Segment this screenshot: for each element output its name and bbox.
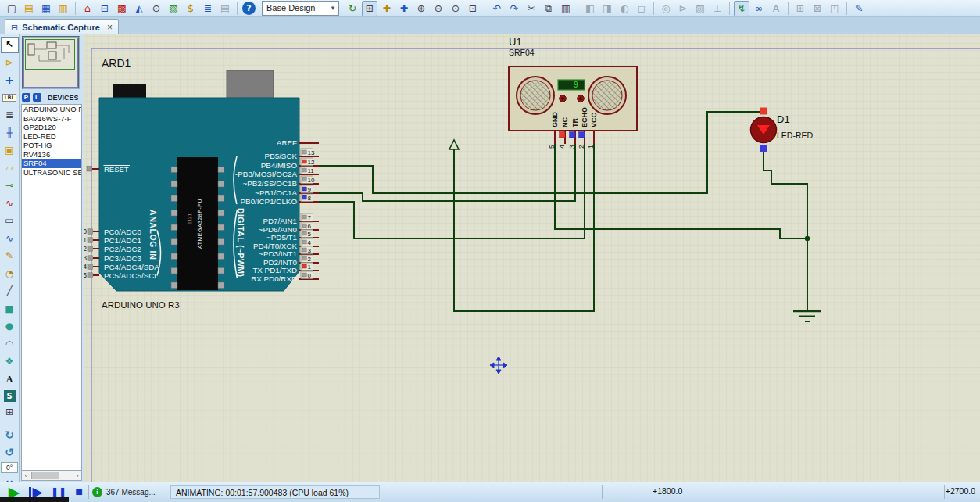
2d-arc-icon[interactable]: ◠ xyxy=(1,336,19,353)
device-item-pot-hg[interactable]: POT-HG xyxy=(22,141,81,150)
led-anode-state xyxy=(760,108,767,115)
remove-sheet-icon: ⊠ xyxy=(810,1,825,16)
component-mode-icon[interactable]: ⊳ xyxy=(1,55,19,71)
zoom-area-icon[interactable]: ⊡ xyxy=(465,1,481,16)
device-item-srf04[interactable]: SRF04 xyxy=(22,159,81,168)
undo-icon[interactable]: ↶ xyxy=(489,1,505,16)
led-cathode-state xyxy=(760,145,767,152)
device-item-bav16ws[interactable]: BAV16WS-7-F xyxy=(22,114,81,124)
srf04-pin2-num: 2 xyxy=(578,145,585,149)
tab-title: Schematic Capture xyxy=(22,23,100,32)
2d-line-icon[interactable]: ╱ xyxy=(1,283,19,299)
stop-button[interactable]: ■ xyxy=(70,484,88,500)
terminals-mode-icon[interactable]: ▱ xyxy=(1,160,19,177)
device-item-rv4136[interactable]: RV4136 xyxy=(22,150,81,160)
text-script-icon[interactable]: ≣ xyxy=(1,107,19,124)
text-editor-icon[interactable]: ✎ xyxy=(851,1,867,16)
svg-text:PC4/ADC4/SDA: PC4/ADC4/SDA xyxy=(104,263,159,271)
selection-mode-icon[interactable]: ↖ xyxy=(1,37,19,53)
status-divider xyxy=(602,485,603,499)
packaging-tool-icon: ▨ xyxy=(692,1,708,16)
wire-autorouter-icon[interactable]: ↯ xyxy=(734,1,749,16)
2d-symbol-icon[interactable]: S xyxy=(4,390,16,402)
2d-circle-icon[interactable]: ● xyxy=(1,318,19,335)
zoom-all-icon[interactable]: ⊙ xyxy=(448,1,463,16)
scroll-left-icon[interactable]: ‹ xyxy=(22,472,30,479)
pan-icon[interactable]: ✚ xyxy=(396,1,412,16)
save-icon[interactable]: ▦ xyxy=(38,1,54,16)
2d-marker-icon[interactable]: ⊞ xyxy=(1,404,19,421)
origin-icon[interactable]: ✚ xyxy=(379,1,395,16)
svg-text:~PD5/T1: ~PD5/T1 xyxy=(266,233,297,242)
message-counter[interactable]: i 367 Messag... xyxy=(92,484,156,500)
schematic-canvas[interactable]: ARD1 ATMEGA328P-PU 1121 xyxy=(84,34,980,482)
svg-text:~PB2/SS/OC1B: ~PB2/SS/OC1B xyxy=(243,179,298,188)
2d-path-icon[interactable]: ❖ xyxy=(1,353,19,370)
cut-icon[interactable]: ✂ xyxy=(524,1,539,16)
chevron-down-icon: ▾ xyxy=(327,2,338,15)
svg-text:11: 11 xyxy=(308,167,315,174)
device-item-arduino[interactable]: ARDUINO UNO R3 xyxy=(22,105,81,114)
graph-mode-icon[interactable]: ∿ xyxy=(1,195,19,212)
search-tag-icon[interactable]: ∞ xyxy=(751,1,767,16)
open-folder-icon[interactable]: ▤ xyxy=(21,1,37,16)
paste-icon[interactable]: ▥ xyxy=(558,1,574,16)
zoom-in-icon[interactable]: ⊕ xyxy=(413,1,429,16)
svg-text:0: 0 xyxy=(308,272,312,279)
svg-text:A2: A2 xyxy=(84,245,87,253)
rotate-cw-icon[interactable]: ↻ xyxy=(1,427,19,443)
schematic-capture-icon[interactable]: ⊟ xyxy=(97,1,113,16)
pcb-layout-icon[interactable]: ▩ xyxy=(114,1,130,16)
device-item-gp2d120[interactable]: GP2D120 xyxy=(22,123,81,132)
redo-icon[interactable]: ↷ xyxy=(506,1,522,16)
goto-sheet-icon: ◳ xyxy=(827,1,842,16)
buses-mode-icon[interactable]: ╫ xyxy=(1,125,19,142)
import-design-icon[interactable]: ▥ xyxy=(55,1,71,16)
device-item-ultrasonic[interactable]: ULTRASONIC SEN xyxy=(22,168,81,177)
device-item-led-red[interactable]: LED-RED xyxy=(22,132,81,142)
device-pins-icon[interactable]: ⊸ xyxy=(1,177,19,194)
rotate-ccw-icon[interactable]: ↺ xyxy=(1,444,19,461)
bill-of-materials-icon[interactable]: $ xyxy=(183,1,199,16)
2d-box-icon[interactable]: ■ xyxy=(1,301,19,317)
subcircuit-mode-icon[interactable]: ▣ xyxy=(1,142,19,159)
base-design-select[interactable]: Base Design ▾ xyxy=(262,1,339,16)
tab-bar: ⊟ Schematic Capture × xyxy=(0,17,980,35)
schematic-svg[interactable]: ARD1 ATMEGA328P-PU 1121 xyxy=(84,34,980,482)
pick-parts-button[interactable]: P xyxy=(22,93,30,102)
redraw-icon[interactable]: ↻ xyxy=(345,1,360,16)
svg-text:5: 5 xyxy=(308,231,312,238)
close-tab-icon[interactable]: × xyxy=(107,22,113,33)
library-button[interactable]: L xyxy=(33,93,41,102)
gerber-viewer-icon[interactable]: ⊙ xyxy=(148,1,164,16)
devices-scrollbar[interactable]: ‹ › xyxy=(21,470,82,481)
rotation-angle-input[interactable]: 0° xyxy=(1,462,18,473)
junction-dot-icon[interactable]: + xyxy=(1,72,19,88)
home-icon[interactable]: ⌂ xyxy=(80,1,95,16)
tab-schematic-capture[interactable]: ⊟ Schematic Capture × xyxy=(5,19,119,35)
toolbar-separator xyxy=(653,2,654,15)
tape-recorder-icon[interactable]: ▭ xyxy=(1,213,19,229)
help-icon[interactable]: ? xyxy=(242,2,256,15)
svg-text:8: 8 xyxy=(308,195,312,202)
svg-text:~PD3/INT1: ~PD3/INT1 xyxy=(259,249,297,258)
scrollbar-thumb[interactable] xyxy=(31,472,59,479)
grid-toggle-icon[interactable]: ⊞ xyxy=(362,1,377,16)
2d-text-icon[interactable]: A xyxy=(1,371,19,388)
wire-label-icon[interactable]: LBL xyxy=(1,90,19,106)
3d-visualizer-icon[interactable]: ◭ xyxy=(131,1,147,16)
svg-text:PB4/MISO: PB4/MISO xyxy=(261,161,298,170)
vsm-studio-icon[interactable]: ≣ xyxy=(200,1,216,16)
srf04-pin5-num: 5 xyxy=(548,145,556,149)
srf04-part: SRF04 xyxy=(509,48,535,57)
scroll-right-icon[interactable]: › xyxy=(73,472,81,479)
voltage-probe-icon[interactable]: ✎ xyxy=(1,248,19,264)
zoom-out-icon[interactable]: ⊖ xyxy=(431,1,446,16)
toolbar-separator xyxy=(788,2,789,15)
current-probe-icon[interactable]: ◔ xyxy=(1,266,19,282)
copy-icon[interactable]: ⧉ xyxy=(541,1,556,16)
project-notes-icon[interactable]: ▤ xyxy=(217,1,233,16)
new-file-icon[interactable]: ▢ xyxy=(4,1,20,16)
design-explorer-icon[interactable]: ▧ xyxy=(166,1,181,16)
generator-mode-icon[interactable]: ∿ xyxy=(1,231,19,247)
